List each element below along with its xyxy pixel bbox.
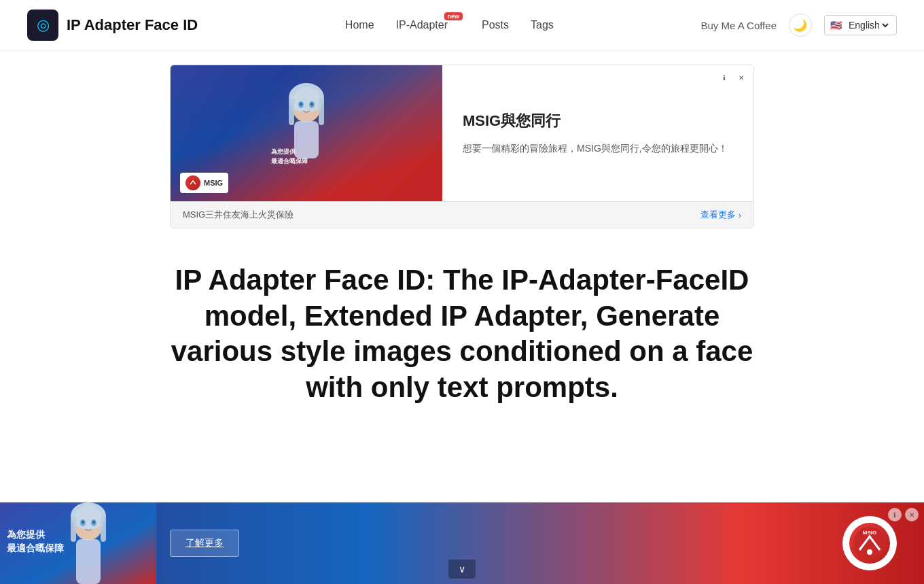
nav-links: Home IP-Adapter new Posts Tags <box>345 19 554 31</box>
language-selector[interactable]: 🇺🇸 English 中文 日本語 한국어 <box>824 15 897 35</box>
brand-logo-icon: ◎ <box>27 10 58 41</box>
dark-mode-toggle[interactable]: 🌙 <box>789 14 812 37</box>
ad-more-link[interactable]: 查看更多 › <box>700 209 741 221</box>
ad-banner-top: 為您提供 最適合嘅保障 MSIG <box>171 65 753 201</box>
svg-text:為您提供: 為您提供 <box>270 148 296 155</box>
svg-rect-2 <box>289 98 294 125</box>
msig-logo-box: MSIG <box>180 173 228 193</box>
main-content: 為您提供 最適合嘅保障 MSIG <box>156 51 768 426</box>
ad-title: MSIG與您同行 <box>463 111 733 131</box>
ad-banner: 為您提供 最適合嘅保障 MSIG <box>170 65 754 228</box>
ad-anime-figure: 為您提供 最適合嘅保障 <box>266 79 347 188</box>
brand-link[interactable]: ◎ IP Adapter Face ID <box>27 10 198 41</box>
svg-rect-3 <box>319 98 324 125</box>
ad-close-button[interactable]: ✕ <box>734 71 748 84</box>
nav-ip-adapter[interactable]: IP-Adapter new <box>396 19 448 31</box>
language-dropdown[interactable]: English 中文 日本語 한국어 <box>846 19 891 31</box>
svg-rect-4 <box>294 121 319 158</box>
ad-description: 想要一個精彩的冒險旅程，MSIG與您同行,令您的旅程更開心！ <box>463 141 733 156</box>
nav-home[interactable]: Home <box>345 19 374 31</box>
ad-image-area: 為您提供 最適合嘅保障 MSIG <box>171 65 442 201</box>
ad-sponsor-name: MSIG三井住友海上火災保險 <box>183 209 294 221</box>
nav-tags[interactable]: Tags <box>531 19 554 31</box>
msig-logo-icon <box>185 175 200 190</box>
ad-info-bar: MSIG三井住友海上火災保險 查看更多 › <box>171 201 753 228</box>
ad-info-button[interactable]: ℹ <box>717 71 731 84</box>
article-heading: IP Adapter Face ID: The IP-Adapter-FaceI… <box>170 256 754 426</box>
buy-coffee-link[interactable]: Buy Me A Coffee <box>701 20 777 31</box>
ad-banner-top-wrapper: 為您提供 最適合嘅保障 MSIG <box>171 65 753 201</box>
ad-top-controls: ℹ ✕ <box>717 71 748 84</box>
svg-text:最適合嘅保障: 最適合嘅保障 <box>271 157 308 165</box>
brand-title: IP Adapter Face ID <box>67 16 198 34</box>
navbar-right: Buy Me A Coffee 🌙 🇺🇸 English 中文 日本語 한국어 <box>701 14 897 37</box>
svg-point-8 <box>310 103 313 106</box>
nav-posts[interactable]: Posts <box>482 19 509 31</box>
ad-text-area: MSIG與您同行 想要一個精彩的冒險旅程，MSIG與您同行,令您的旅程更開心！ <box>442 65 753 201</box>
msig-logo-text: MSIG <box>204 179 223 187</box>
svg-point-7 <box>300 103 302 106</box>
navbar: ◎ IP Adapter Face ID Home IP-Adapter new… <box>0 0 924 51</box>
ip-adapter-badge: new <box>444 12 463 20</box>
